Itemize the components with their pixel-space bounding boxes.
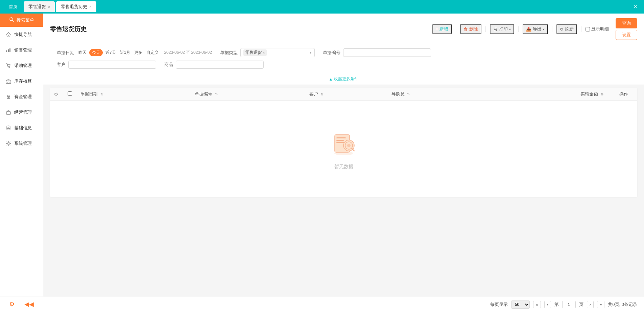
tab-retail-return-history[interactable]: 零售退货历史 × xyxy=(56,1,96,12)
sidebar-search-label: 搜索菜单 xyxy=(17,17,34,23)
window-close-btn[interactable]: × xyxy=(631,2,640,12)
customer-ellipsis: ... xyxy=(71,62,75,67)
sidebar-item-purchase[interactable]: 采购管理 xyxy=(0,58,43,73)
page-title: 零售退货历史 xyxy=(50,25,87,33)
page-header-top: 零售退货历史 + 新增 🗑 删除 🖨 打印 ▾ xyxy=(50,18,637,40)
briefcase-icon xyxy=(5,109,11,115)
next-page-btn[interactable]: › xyxy=(587,301,594,308)
filter-row-1: 单据日期 昨天 今天 近7天 近1月 更多 自定义 2023-06-02 至 2… xyxy=(57,48,630,57)
goods-label: 商品 xyxy=(164,62,173,68)
th-settings[interactable]: ⚙ xyxy=(50,88,64,101)
print-icon: 🖨 xyxy=(493,27,498,32)
svg-point-10 xyxy=(8,97,9,98)
sidebar-item-operations-label: 经营管理 xyxy=(14,109,32,115)
tab-home[interactable]: 首页 xyxy=(4,1,22,12)
date-btn-7days[interactable]: 近7天 xyxy=(104,49,117,56)
th-checkbox[interactable] xyxy=(64,88,76,101)
last-page-btn[interactable]: » xyxy=(597,301,605,308)
svg-point-5 xyxy=(8,67,8,68)
th-date-sort-icon: ⇅ xyxy=(100,92,103,96)
per-page-select[interactable]: 50 10 20 100 xyxy=(511,300,530,309)
sidebar-search[interactable]: 搜索菜单 xyxy=(0,14,43,27)
sidebar-item-basic-info[interactable]: 基础信息 xyxy=(0,120,43,136)
date-btn-yesterday[interactable]: 昨天 xyxy=(77,49,88,56)
prev-page-btn[interactable]: ‹ xyxy=(544,301,551,308)
export-icon: 📤 xyxy=(526,27,531,32)
total-info: 共0页, 0条记录 xyxy=(608,302,637,308)
query-button[interactable]: 查询 xyxy=(616,18,637,28)
collapse-button[interactable]: ▲ 收起更多条件 xyxy=(329,76,359,82)
filter-area: 单据日期 昨天 今天 近7天 近1月 更多 自定义 2023-06-02 至 2… xyxy=(50,44,637,75)
tab-retail-return-close[interactable]: × xyxy=(48,5,50,9)
th-date[interactable]: 单据日期 ⇅ xyxy=(76,88,191,101)
goods-select[interactable]: ... xyxy=(176,61,264,69)
sidebar: 搜索菜单 快捷导航 销售管理 采购管理 库存核算 xyxy=(0,14,43,312)
th-guide-sort-icon: ⇅ xyxy=(407,92,410,96)
shopping-icon xyxy=(5,63,11,69)
doc-type-filter: 单据类型 零售退货 × ▾ xyxy=(220,48,315,57)
new-button[interactable]: + 新增 xyxy=(432,24,452,34)
date-btn-1month[interactable]: 近1月 xyxy=(119,49,132,56)
sidebar-item-finance[interactable]: 资金管理 xyxy=(0,89,43,105)
th-number[interactable]: 单据编号 ⇅ xyxy=(191,88,305,101)
page-input[interactable] xyxy=(562,301,576,308)
sidebar-item-quick-nav-label: 快捷导航 xyxy=(14,31,32,38)
search-icon xyxy=(9,17,15,23)
doc-type-tag: 零售退货 × xyxy=(243,49,267,56)
doc-number-filter: 单据编号 xyxy=(323,48,431,57)
doc-type-dropdown-icon: ▾ xyxy=(310,50,312,55)
sidebar-item-quick-nav[interactable]: 快捷导航 xyxy=(0,27,43,42)
tab-retail-return-history-close[interactable]: × xyxy=(89,5,91,9)
th-amount[interactable]: 实销金额 ⇅ xyxy=(485,88,610,101)
date-btn-today[interactable]: 今天 xyxy=(89,49,103,56)
th-customer[interactable]: 客户 ⇅ xyxy=(305,88,387,101)
first-page-btn[interactable]: « xyxy=(533,301,541,308)
show-detail-checkbox[interactable] xyxy=(586,27,590,31)
th-customer-sort-icon: ⇅ xyxy=(320,92,323,96)
setting-button[interactable]: 设置 xyxy=(616,30,637,40)
th-amount-label: 实销金额 xyxy=(580,91,598,96)
audio-icon[interactable]: ◀◀ xyxy=(24,300,34,308)
sidebar-item-sales[interactable]: 销售管理 xyxy=(0,42,43,58)
pagination-bar: 每页显示 50 10 20 100 « ‹ 第 页 › » 共0页, 0条记录 xyxy=(43,297,644,312)
th-guide[interactable]: 导购员 ⇅ xyxy=(387,88,486,101)
tab-retail-return[interactable]: 零售退货 × xyxy=(24,1,55,12)
gear-icon xyxy=(5,140,11,147)
export-label: 导出 xyxy=(533,26,542,32)
chart-icon xyxy=(5,47,11,53)
divider2 xyxy=(485,26,486,32)
page-label: 第 xyxy=(554,302,559,308)
sidebar-item-operations[interactable]: 经营管理 xyxy=(0,105,43,120)
date-btn-custom[interactable]: 自定义 xyxy=(145,49,160,56)
sidebar-item-inventory[interactable]: 库存核算 xyxy=(0,73,43,89)
date-btn-more[interactable]: 更多 xyxy=(133,49,144,56)
delete-label: 删除 xyxy=(469,26,478,32)
refresh-button[interactable]: ↻ 刷新 xyxy=(556,24,577,34)
settings-icon[interactable]: ⚙ xyxy=(9,300,15,308)
sidebar-item-system-label: 系统管理 xyxy=(14,140,32,147)
settings-icon: ⚙ xyxy=(54,92,58,97)
svg-rect-4 xyxy=(9,48,10,52)
sidebar-item-basic-info-label: 基础信息 xyxy=(14,125,32,131)
table-header: ⚙ 单据日期 ⇅ 单据编号 ⇅ xyxy=(50,88,637,101)
show-detail-label: 显示明细 xyxy=(586,26,609,32)
doc-number-input[interactable] xyxy=(343,48,431,57)
table-body: 暂无数据 xyxy=(50,101,637,197)
delete-button[interactable]: 🗑 删除 xyxy=(460,24,481,34)
customer-select[interactable]: ... xyxy=(68,61,156,69)
refresh-icon: ↻ xyxy=(560,27,564,32)
svg-point-12 xyxy=(7,126,10,127)
th-action: 操作 xyxy=(610,88,637,101)
warehouse-icon xyxy=(5,78,11,84)
sidebar-item-purchase-label: 采购管理 xyxy=(14,63,32,69)
select-all-checkbox[interactable] xyxy=(68,91,72,96)
doc-type-tag-close[interactable]: × xyxy=(263,51,265,55)
sidebar-item-system[interactable]: 系统管理 xyxy=(0,136,43,151)
filter-row-2: 客户 ... 商品 ... xyxy=(57,61,630,69)
print-button[interactable]: 🖨 打印 ▾ xyxy=(490,24,514,34)
date-buttons: 昨天 今天 近7天 近1月 更多 自定义 xyxy=(77,49,160,56)
doc-type-select[interactable]: 零售退货 × ▾ xyxy=(240,48,315,57)
export-button[interactable]: 📤 导出 ▾ xyxy=(523,24,548,34)
collapse-label: 收起更多条件 xyxy=(334,76,358,82)
content-area: 零售退货历史 + 新增 🗑 删除 🖨 打印 ▾ xyxy=(43,14,644,312)
